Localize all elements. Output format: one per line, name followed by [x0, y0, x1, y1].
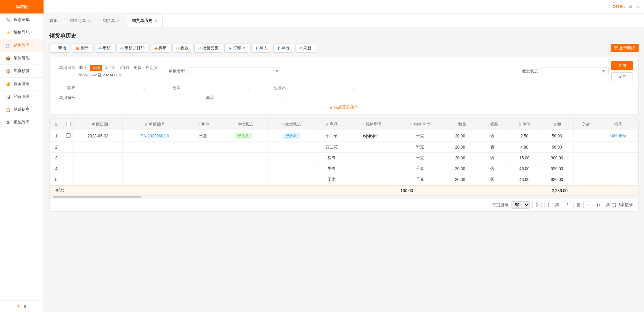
sidebar-item-quick-nav[interactable]: ⚡ 快捷导航 — [0, 26, 44, 39]
row-checkbox[interactable] — [63, 163, 73, 174]
summary-row: 合计: 100.00 2,286.00 — [50, 185, 638, 196]
sidebar-item-basic-info[interactable]: 📋 基础信息 — [0, 103, 44, 116]
col-settings[interactable]: ⚙ — [50, 119, 63, 130]
sidebar-item-purchase-mgmt[interactable]: 📦 采购管理 — [0, 52, 44, 65]
page-input[interactable] — [562, 202, 574, 208]
tab-sales-goods[interactable]: 销货单 ✕ — [97, 15, 125, 27]
row-checkbox[interactable] — [63, 174, 73, 185]
refresh-button[interactable]: ↻ 刷新 — [295, 44, 315, 53]
query-button[interactable]: 查询 — [611, 61, 633, 70]
payment-status — [267, 174, 315, 185]
goods-dots[interactable]: ... — [280, 95, 284, 100]
set-button[interactable]: 设置 — [611, 72, 633, 81]
date-shortcut-last1m[interactable]: 近1月 — [118, 65, 131, 71]
action-btn[interactable]: 删除 — [619, 133, 626, 138]
col-customer[interactable]: ⇅ 客户 — [187, 119, 219, 130]
select-all-checkbox[interactable] — [66, 122, 71, 126]
sidebar-item-search-menu[interactable]: 🔍 搜索菜单 — [0, 14, 44, 26]
doc-type-select[interactable]: ▼ — [188, 68, 282, 75]
row-checkbox[interactable] — [63, 130, 73, 142]
col-qty[interactable]: ⇅ 数量 — [444, 119, 476, 130]
doc-no[interactable] — [123, 163, 187, 174]
doc-no[interactable]: SA-20230602-0 — [123, 130, 187, 142]
doc-no[interactable] — [123, 174, 187, 185]
sidebar-item-sys-mgmt[interactable]: ⚙ 系统管理 — [0, 116, 44, 129]
header-expand-icon[interactable]: □ — [636, 4, 639, 9]
print-button[interactable]: 🖨 打印 ▼ — [224, 44, 249, 53]
show-detail-button[interactable]: ▦ 显示明细 — [611, 44, 639, 52]
col-doc-no[interactable]: ⇅ 单据编号 — [123, 119, 187, 130]
col-doc-status[interactable]: ⇅ 单据状态 — [219, 119, 267, 130]
sales-unit: 千克 — [396, 174, 444, 185]
export-button[interactable]: ⬆ 导出 — [273, 44, 293, 53]
collect-button[interactable]: ◎ 收款 — [172, 44, 192, 53]
payment-status — [267, 142, 315, 153]
delete-button[interactable]: 🗑 删除 — [72, 44, 92, 53]
col-gift[interactable]: ⇅ 赠品 — [476, 119, 508, 130]
staff-input[interactable] — [291, 85, 352, 91]
tab-sales-order-close[interactable]: ✕ — [88, 19, 91, 23]
row-checkbox[interactable] — [63, 142, 73, 153]
col-spec-model[interactable]: ⇅ 规格型号 — [348, 119, 396, 130]
date-shortcut-today[interactable]: 今天 — [90, 65, 102, 71]
sidebar-bottom-icon2[interactable]: ⏸ — [23, 304, 27, 309]
col-sales-unit[interactable]: ⇅ 销售单位 — [396, 119, 444, 130]
collapse-button[interactable]: ∧ 收起更多条件 — [55, 104, 633, 110]
doc-no[interactable] — [123, 142, 187, 153]
audit-button[interactable]: ◎ 审核 — [94, 44, 114, 53]
actions — [598, 163, 638, 174]
staff-dots[interactable]: ... — [352, 85, 356, 90]
sidebar-item-sales-mgmt[interactable]: 🛒 销售管理 — [0, 39, 44, 52]
per-page-select[interactable]: 50 100 200 — [511, 201, 530, 209]
audit-print-button[interactable]: ◎ 审核并打印 — [116, 44, 148, 53]
tab-sales-history-close[interactable]: ✕ — [154, 19, 157, 23]
doc-status — [219, 153, 267, 163]
table-header-row: ⚙ ⇅ 单据日期 ⇅ 单据编号 — [50, 119, 638, 130]
prev-page-button[interactable]: ⟨ — [544, 202, 552, 208]
tab-sales-goods-close[interactable]: ✕ — [117, 19, 120, 23]
next-page-button[interactable]: ⟩ — [583, 202, 591, 208]
goods-input[interactable] — [220, 95, 280, 101]
sidebar-bottom-icon1[interactable]: ☀ — [17, 304, 20, 309]
table-settings-icon[interactable]: ⚙ — [54, 122, 58, 127]
sidebar-item-inventory-calc[interactable]: 🏠 库存核算 — [0, 65, 44, 78]
tab-sales-order[interactable]: 销售订单 ✕ — [64, 15, 96, 27]
customer-dots[interactable]: ... — [141, 85, 145, 90]
first-page-button[interactable]: ⟨⟨ — [532, 202, 542, 208]
warehouse-dots[interactable]: ... — [247, 85, 251, 90]
tab-sales-history[interactable]: 销货单历史 ✕ — [126, 15, 163, 27]
date-shortcut-custom[interactable]: 自定义 — [144, 65, 159, 71]
sidebar-item-ops-mgmt[interactable]: 📊 经营管理 — [0, 90, 44, 103]
date-shortcut-last7[interactable]: 近7天 — [104, 65, 117, 71]
doc-no-link[interactable]: SA-20230602-0 — [141, 134, 169, 138]
payment-status-select[interactable]: ▼ — [541, 68, 609, 75]
scrollbar-thumb[interactable] — [53, 196, 141, 198]
row-num: 4 — [50, 163, 63, 174]
page-suffix-label: 页 — [577, 202, 581, 208]
action-btn[interactable]: 编辑 — [610, 133, 618, 138]
sidebar-item-fund-mgmt[interactable]: 💰 资金管理 — [0, 78, 44, 90]
actions — [598, 142, 638, 153]
warehouse-input[interactable] — [186, 85, 247, 91]
date-shortcut-more[interactable]: 更多 — [132, 65, 143, 71]
batch-change-button[interactable]: ◎ 批量变更 — [194, 44, 222, 53]
doc-no[interactable] — [123, 153, 187, 163]
purchase-icon: 📦 — [5, 56, 11, 61]
row-checkbox[interactable] — [63, 153, 73, 163]
last-page-button[interactable]: ⟩⟩ — [594, 202, 603, 208]
doc-no-input[interactable] — [81, 95, 182, 101]
unit-price: 46.00 — [508, 174, 540, 185]
sales-unit: 千克 — [396, 153, 444, 163]
customer-input[interactable] — [81, 85, 141, 91]
header-close-icon[interactable]: ✕ — [629, 4, 632, 9]
tab-home[interactable]: 首页 — [44, 15, 63, 27]
date-shortcut-yesterday[interactable]: 昨天 — [78, 65, 89, 71]
col-unit-price[interactable]: ⇅ 单价 — [508, 119, 540, 130]
col-doc-date[interactable]: ⇅ 单据日期 — [73, 119, 123, 130]
abandon-button[interactable]: ◉ 弃审 — [150, 44, 170, 53]
col-goods[interactable]: ⇅ 商品 — [315, 119, 348, 130]
col-payment-status[interactable]: ⇅ 收款状态 — [267, 119, 315, 130]
col-checkbox[interactable] — [63, 119, 73, 130]
import-button[interactable]: ⬇ 导入 — [251, 44, 271, 53]
new-button[interactable]: ＋ 新增 — [49, 44, 70, 53]
